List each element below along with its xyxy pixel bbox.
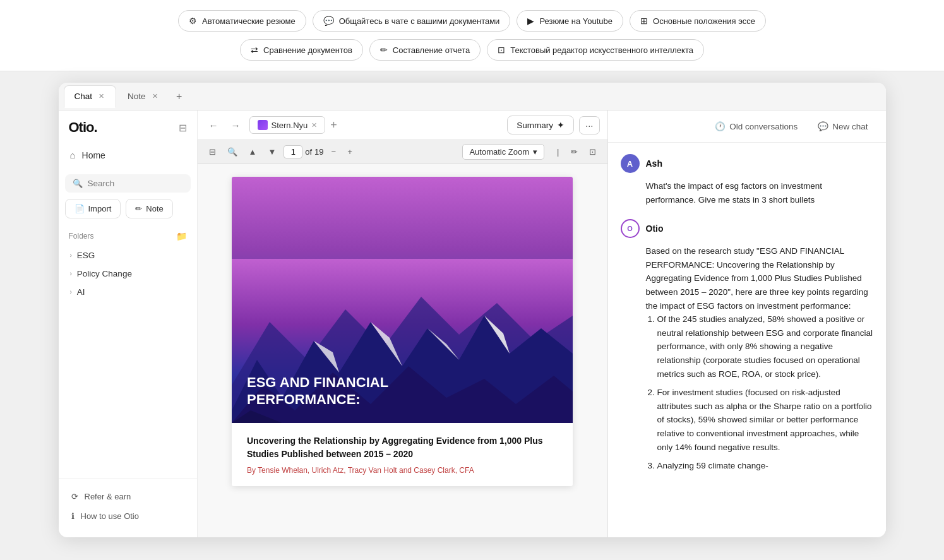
folder-list: ›ESG›Policy Change›AI (65, 246, 191, 301)
summary-button[interactable]: Summary ✦ (507, 116, 574, 134)
chat-docs-icon: 💬 (323, 16, 334, 26)
key-points-label: Основные положения эссе (653, 16, 755, 26)
history-icon: 🕐 (715, 121, 726, 131)
home-label: Home (82, 150, 105, 160)
zoom-chevron-icon: ▾ (533, 147, 537, 157)
summary-label: Summary (517, 121, 553, 130)
summary-plus-icon: ✦ (557, 120, 565, 130)
doc-tab-close[interactable]: ✕ (311, 121, 317, 129)
pdf-title-overlay: ESG AND FINANCIALPERFORMANCE: (232, 362, 573, 423)
note-label: Note (146, 204, 163, 213)
compare-docs-label: Сравнение документов (263, 45, 352, 55)
user-message-text: What's the impact of esg factors on inve… (621, 179, 873, 206)
ai-bullet-item: For investment studies (focused on risk-… (657, 386, 873, 454)
zoom-out-button[interactable]: − (328, 145, 340, 158)
compare-docs-icon: ⇄ (251, 45, 258, 55)
bottom-label: How to use Otio (81, 511, 140, 521)
tab-note-close[interactable]: ✕ (151, 91, 159, 102)
sidebar-item-home[interactable]: ⌂ Home (64, 145, 192, 165)
banner-btn-youtube-resume[interactable]: ▶Резюме на Youtube (517, 10, 623, 32)
tab-add-button[interactable]: + (170, 88, 188, 105)
more-options-button[interactable]: ··· (579, 116, 600, 134)
pdf-body: Uncovering the Relationship by Aggregati… (232, 423, 573, 486)
content-area: Otio. ⊟ ⌂ Home 🔍 📄 Import ✏ (59, 110, 886, 537)
ai-message-block: O Otio Based on the research study "ESG … (621, 219, 873, 478)
folder-item-ai[interactable]: ›AI (65, 283, 191, 301)
chat-docs-label: Общайтесь в чате с вашими документами (339, 16, 500, 26)
pdf-page: ESG AND FINANCIALPERFORMANCE: Uncovering… (232, 177, 573, 486)
back-button[interactable]: ← (205, 118, 222, 133)
ai-intro-text: Based on the research study "ESG AND FIN… (646, 246, 868, 310)
tab-chat-label: Chat (75, 92, 93, 101)
folder-arrow-icon: › (70, 270, 72, 277)
folder-arrow-icon: › (70, 252, 72, 259)
folder-item-policy_change[interactable]: ›Policy Change (65, 265, 191, 283)
doc-add-button[interactable]: + (330, 119, 337, 132)
ai-sender: O Otio (621, 219, 873, 238)
annotate-button[interactable]: ✏ (567, 145, 582, 158)
forward-button[interactable]: → (227, 118, 244, 133)
import-button[interactable]: 📄 Import (65, 199, 121, 218)
doc-tab-icon (258, 120, 268, 130)
search-input[interactable] (88, 179, 183, 188)
fullscreen-button[interactable]: ⊡ (585, 145, 600, 158)
tab-chat-close[interactable]: ✕ (97, 91, 105, 102)
action-row: 📄 Import ✏ Note (59, 199, 197, 227)
ai-message-text: Based on the research study "ESG AND FIN… (621, 244, 873, 478)
search-pdf-button[interactable]: 🔍 (224, 145, 241, 158)
bottom-icon: ⟳ (71, 492, 78, 501)
sidebar-bottom-how_to_use_otio[interactable]: ℹHow to use Otio (65, 506, 191, 526)
sidebar-toggle-pdf[interactable]: ⊟ (205, 145, 220, 158)
auto-resume-label: Автоматические резюме (202, 16, 296, 26)
cursor-tool-button[interactable]: | (553, 145, 563, 158)
folders-section: Folders 📁 ›ESG›Policy Change›AI (59, 227, 197, 479)
banner-btn-compare-docs[interactable]: ⇄Сравнение документов (240, 39, 363, 61)
sidebar-logo-area: Otio. ⊟ (59, 119, 197, 145)
new-chat-button[interactable]: 💬 New chat (813, 118, 873, 134)
zoom-select[interactable]: Automatic Zoom ▾ (462, 144, 544, 160)
youtube-resume-label: Резюме на Youtube (539, 16, 612, 26)
ai-bullets-list: Of the 245 studies analyzed, 58% showed … (646, 313, 873, 473)
tab-note[interactable]: Note ✕ (117, 85, 169, 108)
zoom-in-button[interactable]: + (344, 145, 356, 158)
logo: Otio. (69, 119, 97, 136)
banner-btn-ai-editor[interactable]: ⊡Текстовый редактор искусственного интел… (487, 39, 704, 61)
folder-name: ESG (77, 251, 95, 260)
folder-add-icon[interactable]: 📁 (176, 231, 187, 241)
folder-item-esg[interactable]: ›ESG (65, 246, 191, 265)
chat-header: 🕐 Old conversations 💬 New chat (608, 110, 886, 143)
banner-btn-auto-resume[interactable]: ⚙Автоматические резюме (178, 10, 306, 32)
doc-tab-stern[interactable]: Stern.Nyu ✕ (249, 116, 326, 134)
user-avatar: A (621, 154, 640, 173)
tab-chat[interactable]: Chat ✕ (64, 85, 117, 108)
old-conversations-button[interactable]: 🕐 Old conversations (710, 118, 803, 134)
sidebar-bottom-refer_&_earn[interactable]: ⟳Refer & earn (65, 487, 191, 506)
page-total: 19 (314, 147, 323, 157)
folder-name: AI (77, 287, 85, 297)
folders-header: Folders 📁 (65, 227, 191, 246)
chat-panel: 🕐 Old conversations 💬 New chat A Ash Wha… (608, 110, 886, 537)
page-number-input[interactable] (284, 145, 302, 158)
sidebar-nav: ⌂ Home (59, 145, 197, 172)
page-up-button[interactable]: ▲ (245, 145, 261, 158)
page-of-label: of (305, 147, 312, 157)
pdf-toolbar-right: | ✏ ⊡ (553, 145, 599, 158)
note-icon: ✏ (135, 204, 142, 213)
banner-btn-create-report[interactable]: ✏Составление отчета (369, 39, 481, 61)
doc-toolbar: ← → Stern.Nyu ✕ + Summary ✦ ··· (198, 110, 607, 140)
home-icon: ⌂ (70, 150, 76, 160)
doc-content: ESG AND FINANCIALPERFORMANCE: Uncovering… (198, 164, 607, 537)
banner-row-2: ⇄Сравнение документов✏Составление отчета… (13, 39, 931, 61)
banner-btn-chat-docs[interactable]: 💬Общайтесь в чате с вашими документами (313, 10, 511, 32)
ai-editor-label: Текстовый редактор искусственного интелл… (510, 45, 693, 55)
pdf-cover: ESG AND FINANCIALPERFORMANCE: (232, 177, 573, 423)
auto-resume-icon: ⚙ (189, 16, 197, 26)
new-chat-label: New chat (832, 122, 868, 131)
sidebar-toggle-icon[interactable]: ⊟ (179, 122, 187, 134)
note-button[interactable]: ✏ Note (126, 199, 172, 218)
page-down-button[interactable]: ▼ (264, 145, 280, 158)
tab-bar: Chat ✕ Note ✕ + (59, 83, 886, 110)
search-bar: 🔍 (65, 174, 191, 193)
import-icon: 📄 (75, 204, 85, 213)
banner-btn-key-points[interactable]: ⊞Основные положения эссе (630, 10, 766, 32)
